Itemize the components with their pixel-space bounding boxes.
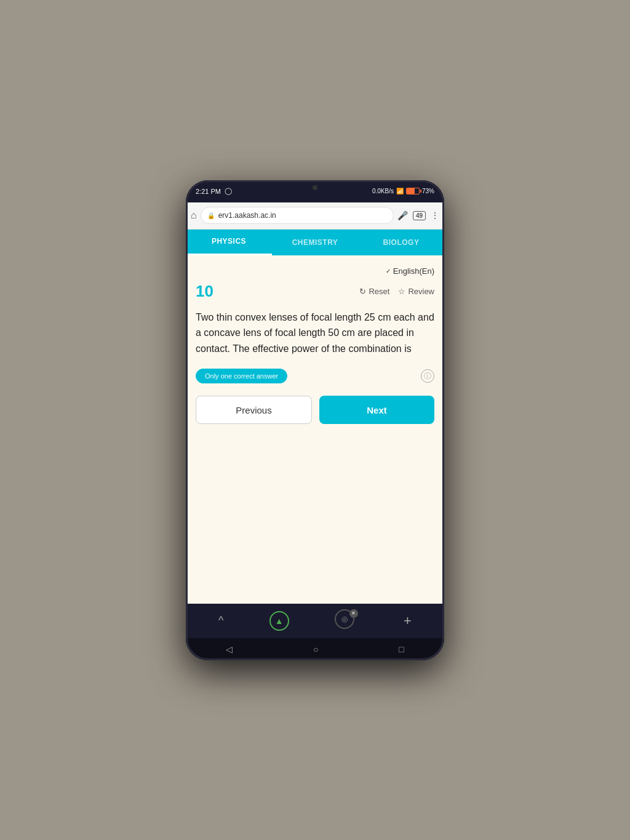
network-speed: 0.0KB/s	[372, 188, 394, 194]
reset-icon: ↻	[359, 287, 366, 296]
reset-label: Reset	[369, 287, 389, 296]
system-nav: ◁ ○ □	[186, 638, 444, 660]
signal-icon: 📶	[396, 188, 404, 194]
nav-buttons: Previous Next	[196, 396, 434, 430]
status-left: 2:21 PM ◯	[196, 187, 232, 195]
nav-close-badge: ✕	[349, 609, 358, 618]
info-icon[interactable]: ⓘ	[421, 369, 434, 383]
question-text: Two thin convex lenses of focal length 2…	[196, 310, 434, 357]
url-box[interactable]: 🔒 erv1.aakash.ac.in	[201, 207, 394, 224]
question-actions: ↻ Reset ☆ Review	[359, 287, 434, 296]
review-label: Review	[408, 287, 434, 296]
nav-plus-icon[interactable]: +	[404, 613, 412, 629]
language-label: English(En)	[393, 266, 434, 276]
next-button[interactable]: Next	[319, 396, 434, 424]
browser-bar: ⌂ 🔒 erv1.aakash.ac.in 🎤 49 ⋮	[186, 202, 444, 230]
question-header: 10 ↻ Reset ☆ Review	[196, 282, 434, 301]
url-text: erv1.aakash.ac.in	[218, 211, 276, 220]
battery-percent: 73%	[422, 188, 434, 194]
status-bar: 2:21 PM ◯ 0.0KB/s 📶 73%	[186, 180, 444, 202]
subject-tabs: PHYSICS CHEMISTRY BIOLOGY	[186, 230, 444, 255]
tab-count-badge[interactable]: 49	[413, 211, 426, 220]
more-options-icon[interactable]: ⋮	[431, 210, 439, 220]
recents-nav-btn[interactable]: □	[399, 644, 404, 654]
star-icon: ☆	[398, 287, 405, 296]
nav-overlay-icon[interactable]: ◎ ✕	[335, 609, 358, 633]
home-nav-btn[interactable]: ○	[313, 644, 318, 654]
microphone-icon[interactable]: 🎤	[397, 210, 408, 220]
battery-fill	[407, 188, 415, 194]
back-nav-btn[interactable]: ◁	[226, 644, 233, 654]
nav-circle-icon[interactable]: ▲	[269, 611, 289, 631]
browser-actions: 🎤 49 ⋮	[397, 210, 439, 220]
status-right: 0.0KB/s 📶 73%	[372, 188, 434, 194]
page-wrapper: 2:21 PM ◯ 0.0KB/s 📶 73% ⌂ 🔒 erv1.aaka	[0, 0, 630, 840]
review-button[interactable]: ☆ Review	[398, 287, 434, 296]
bottom-nav: ^ ▲ ◎ ✕ +	[186, 604, 444, 638]
chevron-up-icon[interactable]: ^	[218, 614, 223, 627]
battery-icon	[406, 188, 420, 194]
whatsapp-icon: ◯	[225, 187, 232, 195]
chevron-down-icon: ✓	[386, 268, 391, 274]
home-icon[interactable]: ⌂	[191, 210, 197, 221]
question-number: 10	[196, 282, 213, 301]
tab-physics[interactable]: PHYSICS	[186, 230, 272, 255]
phone-screen: 2:21 PM ◯ 0.0KB/s 📶 73% ⌂ 🔒 erv1.aaka	[186, 180, 444, 660]
tab-chemistry[interactable]: CHEMISTRY	[272, 230, 358, 255]
lock-icon: 🔒	[207, 212, 215, 219]
front-camera	[313, 185, 317, 190]
phone-container: 2:21 PM ◯ 0.0KB/s 📶 73% ⌂ 🔒 erv1.aaka	[186, 180, 444, 660]
tab-biology[interactable]: BIOLOGY	[358, 230, 444, 255]
content-area: ✓ English(En) 10 ↻ Reset ☆ Review	[186, 255, 444, 604]
previous-button[interactable]: Previous	[196, 396, 312, 424]
reset-button[interactable]: ↻ Reset	[359, 287, 389, 296]
answer-type-badge[interactable]: Only one correct answer	[196, 369, 287, 383]
answer-type-section: Only one correct answer ⓘ	[196, 369, 434, 383]
language-selector[interactable]: ✓ English(En)	[196, 263, 434, 282]
time-display: 2:21 PM	[196, 188, 221, 195]
